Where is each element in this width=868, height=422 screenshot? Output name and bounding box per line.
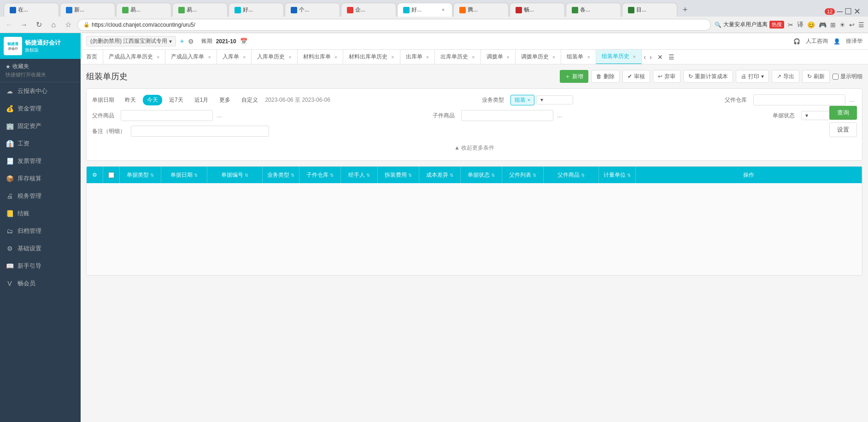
abandon-button[interactable]: ↩ 弃审 xyxy=(653,70,680,83)
page-tab-transfer[interactable]: 调拨单 × xyxy=(481,50,516,64)
date-btn-7days[interactable]: 近7天 xyxy=(165,95,188,105)
settings-button[interactable]: 设置 xyxy=(829,122,857,137)
page-tab-assembly-history[interactable]: 组装单历史 × xyxy=(596,50,642,64)
headset-icon[interactable]: 🎧 xyxy=(793,38,800,45)
settings-gear-icon[interactable]: ⚙ xyxy=(188,38,194,45)
close-tab-outstock-history[interactable]: × xyxy=(472,54,475,60)
parent-goods-ellipsis[interactable]: … xyxy=(215,112,224,119)
sidebar-item-invoice[interactable]: 🧾 发票管理 xyxy=(0,152,81,170)
biz-type-dropdown[interactable]: ▾ xyxy=(536,95,573,104)
back-button[interactable]: ← xyxy=(4,19,15,30)
browser-tab-8[interactable]: 好... × xyxy=(397,3,452,17)
th-child-warehouse[interactable]: 子件仓库 ⇅ xyxy=(299,167,341,183)
page-tab-finished-instock-history[interactable]: 产成品入库单历史 × xyxy=(103,50,165,64)
th-person[interactable]: 经手人 ⇅ xyxy=(341,167,378,183)
sidebar-item-guide[interactable]: 📖 新手引导 xyxy=(0,257,81,275)
close-tab-assembly[interactable]: × xyxy=(587,54,590,60)
sidebar-item-fund[interactable]: 💰 资金管理 xyxy=(0,100,81,117)
sidebar-item-inventory[interactable]: 📦 库存核算 xyxy=(0,170,81,187)
browser-tab-1[interactable]: 在... xyxy=(4,3,59,17)
th-biz-type[interactable]: 业务类型 ⇅ xyxy=(263,167,299,183)
show-detail-checkbox[interactable] xyxy=(833,74,839,80)
translate-icon[interactable]: 译 xyxy=(797,21,803,29)
close-tab-instock[interactable]: × xyxy=(243,54,246,60)
recalc-button[interactable]: ↻ 重新计算成本 xyxy=(683,70,733,83)
approve-button[interactable]: ✔ 审核 xyxy=(622,70,650,83)
page-tab-home[interactable]: 首页 xyxy=(81,50,103,64)
sidebar-item-tax[interactable]: 🖨 税务管理 xyxy=(0,187,81,205)
refresh-button[interactable]: ↻ 刷新 xyxy=(802,70,830,83)
parent-warehouse-input[interactable] xyxy=(753,94,845,105)
page-tab-finished-instock[interactable]: 产成品入库单 × xyxy=(165,50,217,64)
date-btn-more[interactable]: 更多 xyxy=(215,95,235,105)
th-parent-goods[interactable]: 父件商品 ⇅ xyxy=(544,167,599,183)
th-disassemble-cost[interactable]: 拆装费用 ⇅ xyxy=(378,167,419,183)
close-tab-transfer-history[interactable]: × xyxy=(552,54,555,60)
note-input[interactable] xyxy=(131,126,269,137)
query-button[interactable]: 查询 xyxy=(829,106,857,120)
bookmark-button[interactable]: ☆ xyxy=(63,19,74,30)
sidebar-item-payroll[interactable]: 👔 工资 xyxy=(0,135,81,152)
th-cost-diff[interactable]: 成本差异 ⇅ xyxy=(419,167,461,183)
tab-scroll-right[interactable]: › xyxy=(648,53,654,61)
tab-scroll-left[interactable]: ‹ xyxy=(642,53,648,61)
sidebar-item-cloud-reports[interactable]: ☁ 云报表中心 xyxy=(0,82,81,100)
browser-tab-5[interactable]: 好... xyxy=(229,3,284,17)
close-tab-finished-instock-history[interactable]: × xyxy=(157,54,159,60)
sidebar-item-archive[interactable]: 🗂 归档管理 xyxy=(0,222,81,240)
page-tab-material-out-history[interactable]: 材料出库单历史 × xyxy=(343,50,400,64)
date-btn-custom[interactable]: 自定义 xyxy=(237,95,262,105)
th-doc-type[interactable]: 单据类型 ⇅ xyxy=(120,167,161,183)
address-bar[interactable]: 🔒 https://cloud.chanjet.com/accounting/u… xyxy=(77,19,711,31)
calendar-icon[interactable]: 📅 xyxy=(240,38,247,45)
new-tab-button[interactable]: + xyxy=(678,3,692,17)
sidebar-item-close-account[interactable]: 📒 结账 xyxy=(0,205,81,222)
browser-tab-11[interactable]: 各... xyxy=(566,3,621,17)
maximize-button[interactable]: ☐ xyxy=(845,6,852,17)
company-selector[interactable]: (勿删勿禁用) 江西服宝测试专用 ▾ xyxy=(86,36,176,46)
print-button[interactable]: 🖨 打印 ▾ xyxy=(736,70,769,83)
date-btn-yesterday[interactable]: 昨天 xyxy=(121,95,140,105)
sidebar-item-fixed-assets[interactable]: 🏢 固定资产 xyxy=(0,117,81,135)
th-settings[interactable]: ⚙ xyxy=(87,167,103,183)
close-window-button[interactable]: ✕ xyxy=(854,6,861,17)
th-doc-date[interactable]: 单据日期 ⇅ xyxy=(161,167,207,183)
minimize-button[interactable]: ─ xyxy=(837,7,843,17)
biz-type-tag-close[interactable]: × xyxy=(528,97,530,103)
browser-tab-9[interactable]: 腾... xyxy=(453,3,509,17)
game-icon[interactable]: 🎮 xyxy=(819,21,827,29)
browser-tab-10[interactable]: 畅... xyxy=(510,3,565,17)
delete-button[interactable]: 🗑 删除 xyxy=(591,70,620,83)
forward-button[interactable]: → xyxy=(18,19,29,30)
sidebar-item-vip[interactable]: V 畅会员 xyxy=(0,275,81,292)
child-goods-input[interactable] xyxy=(461,110,553,121)
undo-icon[interactable]: ↩ xyxy=(849,21,855,29)
add-button[interactable]: ＋ 新增 xyxy=(560,70,588,83)
page-tab-outstock[interactable]: 出库单 × xyxy=(400,50,435,64)
menu-icon[interactable]: ☰ xyxy=(858,21,864,29)
tab-close-8[interactable]: × xyxy=(440,7,446,13)
sidebar-favorites[interactable]: ★ 收藏夹 快捷键打开收藏夹 xyxy=(0,59,81,82)
browser-tab-6[interactable]: 个... xyxy=(285,3,340,17)
date-btn-today[interactable]: 今天 xyxy=(143,95,162,105)
browser-tab-12[interactable]: 目... xyxy=(622,3,677,17)
reload-button[interactable]: ↻ xyxy=(33,19,44,30)
th-doc-number[interactable]: 单据编号 ⇅ xyxy=(207,167,263,183)
page-tab-outstock-history[interactable]: 出库单历史 × xyxy=(435,50,481,64)
page-tab-instock[interactable]: 入库单 × xyxy=(217,50,252,64)
close-tab-assembly-history[interactable]: × xyxy=(633,54,636,59)
home-button[interactable]: ⌂ xyxy=(48,19,59,30)
close-tab-finished-instock[interactable]: × xyxy=(208,54,211,60)
page-tab-assembly[interactable]: 组装单 × xyxy=(561,50,596,64)
page-tab-material-out[interactable]: 材料出库单 × xyxy=(298,50,343,64)
collapse-bar[interactable]: ▲ 收起更多条件 xyxy=(92,141,856,155)
export-button[interactable]: ↗ 导出 xyxy=(772,70,799,83)
browser-tab-7[interactable]: 企... xyxy=(341,3,396,17)
select-all-checkbox[interactable] xyxy=(108,172,114,178)
scissors-icon[interactable]: ✂ xyxy=(788,21,793,29)
th-doc-status[interactable]: 单据状态 ⇅ xyxy=(461,167,502,183)
browser-tab-3[interactable]: 易... xyxy=(116,3,171,17)
close-all-tabs-button[interactable]: ✕ xyxy=(654,53,667,61)
th-checkbox[interactable] xyxy=(103,167,120,183)
parent-goods-input[interactable] xyxy=(121,110,213,121)
